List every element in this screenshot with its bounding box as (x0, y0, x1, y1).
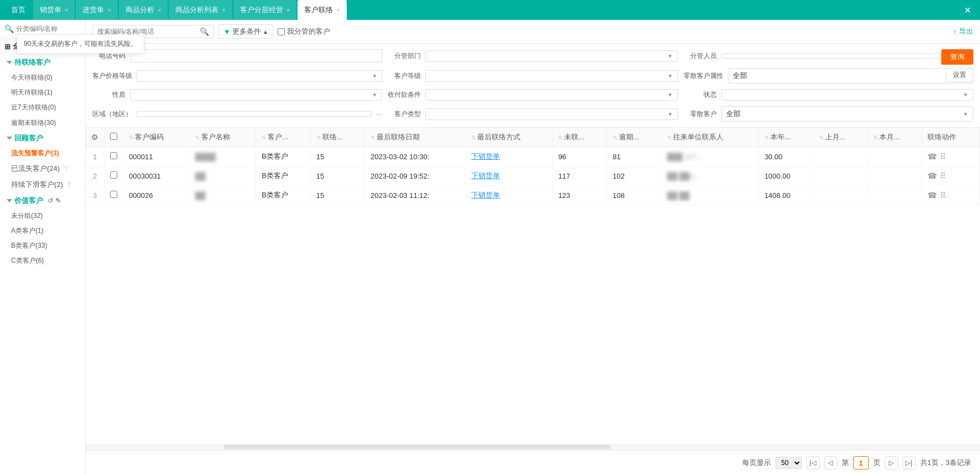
tab-purchase-order-close[interactable]: × (107, 7, 111, 13)
chevron-down-icon-status: ▼ (963, 92, 968, 98)
row-contact-person-1: ██ ██3... (661, 166, 759, 186)
filter-select-retail-customer[interactable]: 全部 ▼ (721, 106, 973, 122)
main-search-icon[interactable]: 🔍 (200, 27, 209, 36)
row-last-contact-method-1[interactable]: 下销货单 (466, 166, 552, 186)
row-last-contact-method-2[interactable]: 下销货单 (466, 186, 552, 205)
filter-select-dept[interactable]: ▼ (425, 50, 677, 62)
sidebar-item-declining[interactable]: 持续下滑客户(2) ? (0, 177, 85, 193)
table-row: 1 000011 ████ B类客户 15 2023-03-02 10:30: … (86, 147, 980, 166)
sidebar-item-overdue-contact[interactable]: 逾期未联络(30) (0, 116, 85, 131)
th-last-month[interactable]: 上月... (813, 128, 867, 147)
sidebar-item-churned[interactable]: 已流失客户(24) ? (0, 161, 85, 177)
filter-select-nature[interactable]: ▼ (130, 89, 382, 101)
select-all-checkbox[interactable] (110, 133, 117, 140)
sidebar-item-ungrouped[interactable]: 未分组(32) (0, 208, 85, 223)
filter-dots-region[interactable]: ··· (376, 109, 383, 118)
more-conditions-button[interactable]: ▼ 更多条件 ▲ (218, 24, 273, 39)
sidebar-item-c-class[interactable]: C类客户(6) (0, 253, 85, 268)
page-size-select[interactable]: 50 (775, 457, 802, 469)
action-contact-icon-1[interactable]: ☎ (927, 171, 937, 180)
row-name-0: ████ (190, 147, 256, 166)
tab-sales-order[interactable]: 销货单 × (33, 0, 75, 20)
sidebar: 🔍 ⊞ 全部客户 《 待联络客户 今天待联络(0) 明天待联络(1) 近7天待联… (0, 20, 86, 475)
prev-page-button[interactable]: ◁ (824, 456, 837, 469)
tab-customer-layered-close[interactable]: × (286, 7, 290, 13)
tab-product-analysis-close[interactable]: × (158, 7, 161, 13)
chevron-down-icon-customer-level: ▼ (668, 73, 673, 79)
tab-product-analysis[interactable]: 商品分析 × (119, 0, 168, 20)
row-checkbox-1[interactable] (105, 166, 123, 186)
filter-input-phone[interactable] (130, 49, 382, 62)
th-this-year[interactable]: 本年... (759, 128, 813, 147)
sidebar-group-review[interactable]: 回顾客户 (0, 131, 85, 146)
filter-select-customer-type[interactable]: ▼ (425, 108, 677, 120)
action-contact-icon-2[interactable]: ☎ (927, 191, 937, 200)
filter-select-region[interactable] (137, 111, 372, 117)
tab-purchase-order[interactable]: 进货单 × (76, 0, 117, 20)
last-page-button[interactable]: ▷| (903, 456, 916, 469)
first-page-button[interactable]: |◁ (806, 456, 820, 469)
sidebar-item-a-class[interactable]: A类客户(1) (0, 223, 85, 238)
row-last-contact-method-0[interactable]: 下销货单 (466, 147, 552, 166)
th-settings[interactable]: ⚙ (86, 128, 105, 147)
filter-select-status[interactable]: ▼ (721, 89, 973, 101)
my-customers-checkbox[interactable] (278, 28, 285, 35)
sidebar-group-value[interactable]: 价值客户 ↺ ✎ (0, 193, 85, 208)
row-name-1: ██ (190, 166, 256, 186)
row-customer-type-0: B类客户 (256, 147, 310, 166)
refresh-icon[interactable]: ↺ (48, 197, 53, 205)
current-page-number[interactable]: 1 (853, 456, 869, 469)
next-page-button[interactable]: ▷ (885, 456, 898, 469)
sidebar-item-tomorrow-contact[interactable]: 明天待联络(1) (0, 85, 85, 100)
th-contact[interactable]: 联络... (310, 128, 364, 147)
row-checkbox-0[interactable] (105, 147, 123, 166)
th-uncontacted[interactable]: 未联... (552, 128, 607, 147)
sidebar-item-week-contact[interactable]: 近7天待联络(0) (0, 100, 85, 115)
export-button[interactable]: ↑ 导出 (953, 27, 974, 36)
filter-select-payment[interactable]: ▼ (425, 89, 677, 101)
query-button[interactable]: 查询 (941, 49, 973, 65)
th-customer-name[interactable]: 客户名称 (190, 128, 256, 147)
top-nav: 首页 销货单 × 进货单 × 商品分析 × 商品分析列表 × 客户分层经营 × … (0, 0, 980, 20)
row-checkbox-2[interactable] (105, 186, 123, 205)
tab-customer-layered[interactable]: 客户分层经营 × (233, 0, 296, 20)
th-customer-code[interactable]: 客户编码 (123, 128, 190, 147)
th-contact-person[interactable]: 往来单位联系人 (661, 128, 759, 147)
tab-customer-contact-close[interactable]: × (336, 7, 340, 13)
settings-button[interactable]: 设置 (946, 68, 973, 82)
home-tab[interactable]: 首页 (4, 0, 32, 20)
page-size-label: 每页显示 (742, 458, 771, 468)
th-customer-type[interactable]: 客户... (256, 128, 310, 147)
sidebar-group-review-label: 回顾客户 (14, 133, 43, 143)
toolbar-right: ↑ 导出 (953, 27, 974, 36)
table-settings-icon[interactable]: ⚙ (91, 133, 98, 142)
th-overdue[interactable]: 逾期... (607, 128, 661, 147)
scrollbar-track[interactable] (224, 445, 611, 449)
th-last-contact-method[interactable]: 最后联络方式 (466, 128, 552, 147)
sidebar-item-b-class[interactable]: B类客户(33) (0, 238, 85, 253)
action-more-icon-2[interactable]: ⠿ (940, 191, 946, 200)
edit-icon[interactable]: ✎ (55, 197, 61, 205)
filter-select-customer-level[interactable]: ▼ (425, 70, 677, 82)
sidebar-item-churn-warning[interactable]: 流失预警客户(3) (0, 146, 85, 161)
tab-sales-order-close[interactable]: × (65, 7, 68, 13)
tab-product-analysis-list-close[interactable]: × (222, 7, 225, 13)
filter-select-price-level[interactable]: ▼ (137, 70, 382, 82)
sidebar-group-pending[interactable]: 待联络客户 (0, 55, 85, 70)
filter-select-manager[interactable] (721, 53, 963, 59)
sidebar-search-input[interactable] (16, 25, 86, 33)
action-contact-icon-0[interactable]: ☎ (927, 152, 937, 161)
action-more-icon-0[interactable]: ⠿ (940, 152, 946, 161)
action-more-icon-1[interactable]: ⠿ (940, 171, 946, 180)
tooltip-box: 90天未交易的客户，可能有流失风险。 (17, 34, 86, 54)
tab-product-analysis-list[interactable]: 商品分析列表 × (169, 0, 232, 20)
th-checkbox[interactable] (105, 128, 123, 147)
sidebar-item-today-contact[interactable]: 今天待联络(0) (0, 70, 85, 85)
tab-customer-contact[interactable]: 客户联络 × (298, 0, 346, 20)
window-close-button[interactable]: ✕ (960, 5, 976, 15)
th-this-month[interactable]: 本月... (868, 128, 922, 147)
th-last-contact-date[interactable]: 最后联络日期 (365, 128, 466, 147)
my-customers-checkbox-label[interactable]: 我分管的客户 (278, 27, 330, 36)
filter-select-retail-attr[interactable]: 全部 ▼ (728, 68, 973, 83)
horizontal-scrollbar[interactable] (86, 443, 980, 450)
